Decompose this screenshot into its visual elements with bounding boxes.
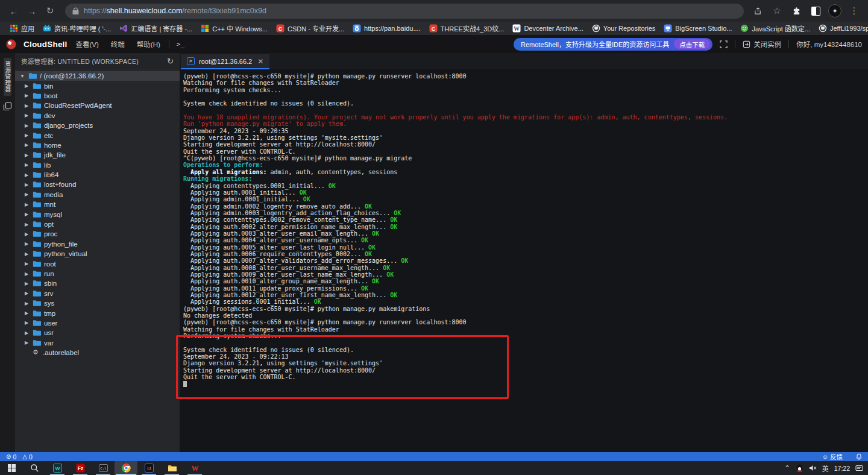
chevron-right-icon[interactable]: ▶ [24,153,30,158]
search-taskbar-button[interactable] [23,461,46,475]
tree-item[interactable]: ▶django_projects [15,121,180,130]
chevron-right-icon[interactable]: ▶ [24,330,30,336]
tree-item[interactable]: ▶opt [15,219,180,229]
tray-chevron-up-icon[interactable]: ⌃ [785,464,790,472]
tree-item[interactable]: ▶mysql [15,209,180,219]
chevron-right-icon[interactable]: ▶ [24,133,30,138]
tree-item[interactable]: ▶dev [15,111,180,121]
tree-item[interactable]: ▶usr [15,328,180,338]
address-bar[interactable]: https://shell.huaweicloud.com/remote/t3i… [65,4,744,19]
chevron-right-icon[interactable]: ▶ [24,281,30,286]
chevron-right-icon[interactable]: ▶ [24,251,30,257]
chevron-down-icon[interactable]: ▼ [19,74,25,79]
bookmark-item[interactable]: 资讯-哔哩哔哩 ( '-... [39,22,115,34]
bookmark-item[interactable]: CCSDN - 专业开发... [272,22,348,34]
activity-explorer-tab[interactable]: 资源管理器 [4,58,12,96]
back-icon[interactable]: ← [6,3,22,19]
chevron-right-icon[interactable]: ▶ [24,113,30,118]
tree-item[interactable]: ▶root [15,259,180,268]
chevron-right-icon[interactable]: ▶ [24,142,30,148]
chevron-right-icon[interactable]: ▶ [24,271,30,277]
tree-item[interactable]: ▶user [15,318,180,328]
menu-item[interactable]: 帮助(H) [136,38,162,50]
tree-item[interactable]: ▶CloudResetPwdAgent [15,101,180,110]
menu-kebab-icon[interactable]: ⋮ [848,3,861,19]
idea-taskbar-button[interactable]: IJ [137,461,160,475]
new-terminal-icon[interactable]: >_ [177,40,184,48]
tree-item[interactable]: ▶sbin [15,278,180,288]
chevron-right-icon[interactable]: ▶ [24,182,30,187]
chevron-right-icon[interactable]: ▶ [24,261,30,266]
chevron-right-icon[interactable]: ▶ [24,340,30,345]
bookmark-item[interactable]: CTHREE实战4_3D纹... [426,22,508,34]
share-icon[interactable] [751,3,764,19]
bookmark-item[interactable]: WDevcenter Archive... [509,23,587,34]
chevron-right-icon[interactable]: ▶ [24,231,30,237]
chevron-right-icon[interactable]: ▶ [24,162,30,168]
bookmark-item[interactable]: https://pan.baidu.... [349,23,424,34]
qq-icon[interactable] [796,464,804,472]
menu-item[interactable]: 查看(V) [75,38,100,50]
tree-item[interactable]: ▶home [15,140,180,150]
clock[interactable]: 17:22 [834,465,850,472]
forward-icon[interactable]: → [24,3,40,19]
reload-icon[interactable]: ↻ [42,3,58,19]
chevron-right-icon[interactable]: ▶ [24,301,30,306]
chevron-right-icon[interactable]: ▶ [24,202,30,207]
side-panel-icon[interactable] [809,3,822,19]
tree-item[interactable]: ▶lib [15,160,180,170]
tree-item[interactable]: ▶etc [15,130,180,140]
chevron-right-icon[interactable]: ▶ [24,310,30,316]
bookmark-star-icon[interactable]: ☆ [770,3,784,19]
volume-muted-icon[interactable] [809,465,817,471]
chevron-right-icon[interactable]: ▶ [24,222,30,227]
bookmark-item[interactable]: C++ 中 Windows... [197,22,271,34]
warnings-count[interactable]: △ 0 [22,453,33,461]
wps-writer-taskbar-button[interactable]: W [183,461,206,475]
copy-icon[interactable] [3,102,12,111]
tree-item[interactable]: ▶tmp [15,308,180,318]
menu-item[interactable]: 终端 [110,38,126,50]
tree-item[interactable]: ▶mnt [15,200,180,209]
filezilla-taskbar-button[interactable]: Fz [69,461,92,475]
bookmark-item[interactable]: JeffLi1993/spring... [815,23,868,34]
tree-item[interactable]: ▶python_virtual [15,249,180,259]
refresh-icon[interactable]: ↻ [167,57,174,66]
bell-icon[interactable] [856,453,862,460]
bookmark-item[interactable]: BigScreen Studio... [660,23,735,34]
chevron-right-icon[interactable]: ▶ [24,291,30,296]
tree-item[interactable]: ▶lib64 [15,170,180,180]
tree-item[interactable]: ▶jdk_file [15,150,180,160]
chevron-right-icon[interactable]: ▶ [24,93,30,98]
tree-item[interactable]: ▶sys [15,298,180,308]
tree-item[interactable]: ⚙.autorelabel [15,348,180,357]
chrome-taskbar-button[interactable] [115,461,137,475]
tree-item[interactable]: ▶python_file [15,239,180,249]
chevron-right-icon[interactable]: ▶ [24,172,30,178]
fullscreen-icon[interactable] [720,40,728,48]
chevron-right-icon[interactable]: ▶ [24,320,30,326]
tree-item[interactable]: ▶srv [15,289,180,298]
bookmark-item[interactable]: Your Repositories [588,23,659,34]
tree-item[interactable]: ▶bin [15,81,180,90]
tree-item[interactable]: ▶media [15,190,180,200]
extensions-icon[interactable] [790,3,803,19]
terminal-tab[interactable]: > root@121.36.66.2 ✕ [181,54,269,69]
tree-item[interactable]: ▶lost+found [15,180,180,189]
ime-indicator[interactable]: 英 [822,464,829,473]
close-instance-button[interactable]: 关闭实例 [743,39,781,49]
chevron-right-icon[interactable]: ▶ [24,83,30,89]
errors-count[interactable]: ⊘ 0 [6,453,16,461]
explorer-taskbar-button[interactable] [160,461,183,475]
chevron-right-icon[interactable]: ▶ [24,241,30,247]
bookmark-item[interactable]: 应用 [6,22,38,34]
bookmark-item[interactable]: 汇编语言 | 寄存器 -... [116,22,196,34]
feedback-button[interactable]: ☺ 反馈 [822,452,843,461]
tree-item[interactable]: ▼/ (root@121.36.66.2) [15,71,180,81]
start-taskbar-button[interactable] [0,461,23,475]
tab-close-icon[interactable]: ✕ [257,57,263,66]
chevron-right-icon[interactable]: ▶ [24,212,30,217]
chevron-right-icon[interactable]: ▶ [24,192,30,197]
chevron-right-icon[interactable]: ▶ [24,103,30,109]
chevron-right-icon[interactable]: ▶ [24,123,30,128]
